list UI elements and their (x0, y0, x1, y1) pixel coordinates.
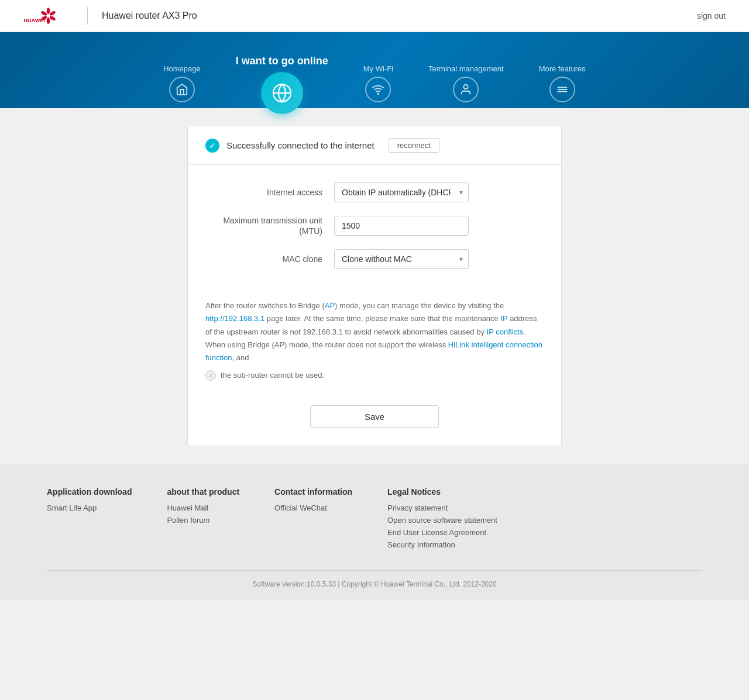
svg-text:HUAWEI: HUAWEI (24, 18, 45, 23)
mtu-input[interactable] (334, 216, 469, 236)
internet-access-select[interactable]: Obtain IP automatically (DHCP) PPPoE Sta… (334, 182, 469, 202)
info-section: After the router switches to Bridge (AP)… (188, 294, 561, 394)
svg-point-1 (49, 11, 56, 16)
main-navbar: Homepage I want to go online My Wi-Fi (0, 32, 749, 108)
nav-item-more[interactable]: More features (539, 64, 586, 108)
footer-links: Application download Smart Life App abou… (47, 487, 702, 553)
connection-status-bar: ✓ Successfully connected to the internet… (188, 126, 561, 165)
info-text: After the router switches to Bridge (AP)… (205, 299, 544, 364)
nav-label-more: More features (539, 64, 586, 73)
internet-access-select-wrapper: Obtain IP automatically (DHCP) PPPoE Sta… (334, 182, 469, 202)
mtu-label-text: Maximum transmission unit(MTU) (223, 216, 322, 236)
open-source-link[interactable]: Open source software statement (387, 516, 497, 525)
nav-item-wifi[interactable]: My Wi-Fi (363, 64, 393, 108)
settings-form: Internet access Obtain IP automatically … (188, 165, 561, 294)
footer-col-download: Application download Smart Life App (47, 487, 132, 553)
svg-point-5 (40, 11, 47, 16)
settings-card: ✓ Successfully connected to the internet… (187, 126, 562, 446)
nav-label-wifi: My Wi-Fi (363, 64, 393, 73)
mtu-row: Maximum transmission unit(MTU) (205, 215, 544, 236)
ip-conflicts-link[interactable]: IP conflicts (487, 327, 524, 336)
footer-col-product: about that product Huawei Mall Pollen fo… (167, 487, 239, 553)
footer-heading-legal: Legal Notices (387, 487, 497, 496)
footer-col-contact: Contact information Official WeChat (274, 487, 352, 553)
internet-access-control: Obtain IP automatically (DHCP) PPPoE Sta… (334, 182, 544, 202)
nav-item-go-online[interactable]: I want to go online (236, 55, 328, 108)
nav-label-homepage: Homepage (163, 64, 201, 73)
footer-heading-contact: Contact information (274, 487, 352, 496)
mac-clone-label: MAC clone (205, 254, 334, 264)
sign-out-button[interactable]: sign out (697, 11, 726, 20)
ip-link[interactable]: http://192.168.3.1 (205, 314, 264, 323)
copyright-text: Software version:10.0.5.33 | Copyright ©… (47, 570, 702, 588)
footer-col-legal: Legal Notices Privacy statement Open sou… (387, 487, 497, 553)
user-icon (453, 77, 479, 102)
svg-point-2 (49, 15, 56, 21)
internet-access-row: Internet access Obtain IP automatically … (205, 182, 544, 202)
nav-items: Homepage I want to go online My Wi-Fi (163, 55, 586, 108)
svg-point-9 (377, 93, 379, 94)
globe-icon (261, 72, 303, 114)
status-text: Successfully connected to the internet (226, 140, 374, 150)
app-title: Huawei router AX3 Pro (102, 11, 197, 21)
svg-point-3 (47, 18, 50, 24)
save-button[interactable]: Save (310, 405, 439, 428)
reconnect-button[interactable]: reconnect (389, 138, 439, 153)
internet-access-label: Internet access (205, 188, 334, 197)
ap-link[interactable]: AP (325, 301, 335, 310)
save-section: Save (188, 394, 561, 446)
footer-heading-product: about that product (167, 487, 239, 496)
footer-heading-download: Application download (47, 487, 132, 496)
app-header: HUAWEI Huawei router AX3 Pro sign out (0, 0, 749, 32)
nav-item-homepage[interactable]: Homepage (163, 64, 201, 108)
mtu-label: Maximum transmission unit(MTU) (205, 215, 334, 236)
mac-clone-select[interactable]: Clone without MAC Clone MAC Custom MAC (334, 249, 469, 269)
smart-life-link[interactable]: Smart Life App (47, 504, 132, 512)
nav-label-go-online: I want to go online (236, 55, 328, 67)
checkbox-label: the sub-router cannot be used. (221, 369, 324, 382)
security-info-link[interactable]: Security Information (387, 540, 497, 549)
svg-point-0 (47, 8, 50, 14)
page-footer: Application download Smart Life App abou… (0, 464, 749, 600)
pollen-forum-link[interactable]: Pollen forum (167, 516, 239, 525)
logo-divider (87, 7, 88, 25)
nav-item-terminal[interactable]: Terminal management (428, 64, 504, 108)
privacy-statement-link[interactable]: Privacy statement (387, 504, 497, 512)
menu-icon (549, 77, 575, 102)
hilink-link[interactable]: HiLink intelligent connection function (205, 340, 542, 362)
connected-icon: ✓ (205, 139, 219, 153)
mac-clone-row: MAC clone Clone without MAC Clone MAC Cu… (205, 249, 544, 269)
huawei-logo-icon: HUAWEI (23, 8, 73, 24)
ip-text: IP (500, 314, 507, 323)
logo-area: HUAWEI Huawei router AX3 Pro (23, 7, 197, 25)
official-wechat-link[interactable]: Official WeChat (274, 504, 352, 512)
eula-link[interactable]: End User License Agreement (387, 528, 497, 537)
svg-point-10 (464, 85, 468, 89)
checkbox-row: ✓ the sub-router cannot be used. (205, 369, 544, 382)
huawei-mall-link[interactable]: Huawei Mall (167, 504, 239, 512)
home-icon (169, 77, 195, 102)
nav-label-terminal: Terminal management (428, 64, 504, 73)
checkbox-icon[interactable]: ✓ (205, 370, 216, 381)
main-content: ✓ Successfully connected to the internet… (0, 108, 749, 464)
mac-clone-control: Clone without MAC Clone MAC Custom MAC ▾ (334, 249, 544, 269)
mtu-control (334, 216, 544, 236)
mac-clone-select-wrapper: Clone without MAC Clone MAC Custom MAC ▾ (334, 249, 469, 269)
wifi-icon (365, 77, 391, 102)
